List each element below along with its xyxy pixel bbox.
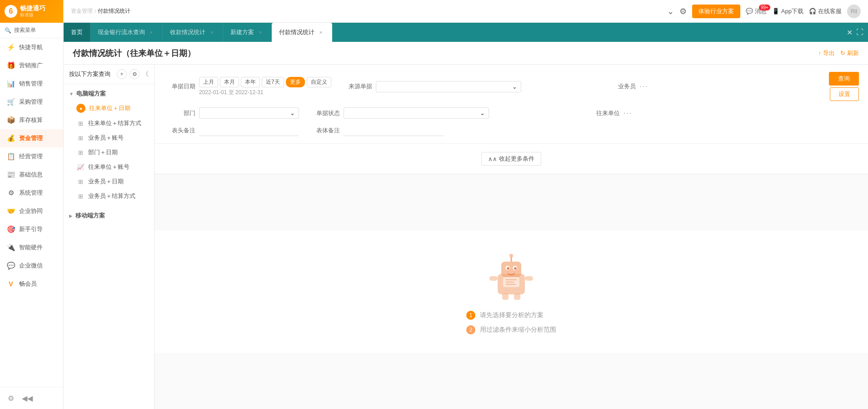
- scheme-group-mobile-header[interactable]: ▶ 移动端方案: [64, 209, 154, 222]
- scheme-item-unit-date[interactable]: ● 往来单位＋日期: [64, 101, 154, 116]
- tab-cash-flow[interactable]: 现金银行流水查询 ×: [90, 23, 163, 42]
- app-download-btn[interactable]: 📱 App下载: [772, 7, 803, 15]
- tab-receipts-close[interactable]: ×: [208, 29, 215, 36]
- table-icon-4: ⊞: [76, 177, 85, 186]
- sidebar-item-system[interactable]: ⚙ 系统管理: [0, 184, 63, 202]
- sidebar-item-vip[interactable]: V 畅会员: [0, 275, 63, 293]
- scheme-group-desktop: ▼ 电脑端方案 ● 往来单位＋日期 ⊞ 往来单位＋结算方式 ⊞ 业务员＋账号: [64, 84, 154, 206]
- date-btn-this-month[interactable]: 本月: [220, 77, 239, 87]
- svg-rect-9: [525, 276, 533, 281]
- scheme-item-staff-date[interactable]: ⊞ 业务员＋日期: [64, 174, 154, 189]
- sidebar-item-hardware[interactable]: 🔌 智能硬件: [0, 238, 63, 257]
- settings-bottom-icon[interactable]: ⚙: [5, 392, 17, 404]
- sidebar-item-label: 经营管理: [19, 152, 43, 161]
- scheme-item-label: 业务员＋日期: [88, 177, 124, 186]
- tab-cash-flow-label: 现金银行流水查询: [98, 28, 145, 36]
- step-2-number: 2: [466, 325, 475, 334]
- sidebar-item-label: 库存核算: [19, 116, 43, 124]
- scheme-item-staff-account[interactable]: ⊞ 业务员＋账号: [64, 131, 154, 145]
- tab-receipts[interactable]: 收款情况统计 ×: [163, 23, 223, 42]
- logo-sub: 标准版: [20, 12, 45, 18]
- note-body-input[interactable]: [344, 125, 444, 136]
- sidebar-item-label: 资金管理: [19, 134, 43, 142]
- sidebar: 6 畅捷通巧 标准版 🔍 搜索菜单 ⚡ 快捷导航 🎁 营销推广 📊 销售管理 🛒…: [0, 0, 64, 409]
- sidebar-item-operation[interactable]: 📋 经营管理: [0, 147, 63, 166]
- sidebar-item-inventory[interactable]: 📦 库存核算: [0, 111, 63, 129]
- tab-home[interactable]: 首页: [64, 23, 90, 42]
- query-btn[interactable]: 查询: [829, 72, 859, 86]
- user-avatar[interactable]: Rit: [847, 5, 861, 18]
- sidebar-item-sales[interactable]: 📊 销售管理: [0, 75, 63, 93]
- sidebar-item-basic[interactable]: 📰 基础信息: [0, 166, 63, 184]
- export-btn[interactable]: ↑ 导出: [818, 49, 835, 57]
- empty-steps: 1 请先选择要分析的方案 2 用过滤条件来缩小分析范围: [466, 311, 556, 334]
- dept-select[interactable]: ⌄: [199, 107, 299, 119]
- date-controls: 上月 本月 本年 近7天 更多 自定义 2022-01-01 至 2022-12…: [199, 77, 331, 96]
- sidebar-item-quick-nav[interactable]: ⚡ 快捷导航: [0, 38, 63, 56]
- tab-payments-close[interactable]: ×: [317, 29, 324, 36]
- add-scheme-btn[interactable]: +: [117, 69, 127, 79]
- sidebar-item-label: 销售管理: [19, 80, 43, 88]
- sidebar-bottom: ⚙ ◀◀: [0, 387, 63, 409]
- service-label: 在线客服: [818, 7, 842, 15]
- scheme-item-unit-payment[interactable]: ⊞ 往来单位＋结算方式: [64, 116, 154, 131]
- marketing-icon: 🎁: [6, 61, 15, 70]
- staff-dots-btn[interactable]: ···: [639, 82, 648, 91]
- note-header-label: 表头备注: [164, 126, 195, 135]
- partner-dots-btn[interactable]: ···: [624, 109, 632, 117]
- collapse-scheme-btn[interactable]: 《: [142, 70, 149, 78]
- refresh-btn[interactable]: ↻ 刷新: [840, 49, 859, 57]
- collapse-bar: ∧∧ 收起更多条件: [155, 144, 868, 174]
- tab-new-scheme-close[interactable]: ×: [257, 29, 264, 36]
- breadcrumb-current: 付款情况统计: [98, 7, 130, 15]
- logo-name: 畅捷通巧: [20, 5, 45, 12]
- sidebar-item-label: 智能硬件: [19, 243, 43, 252]
- date-range-text: 2022-01-01 至 2022-12-31: [199, 89, 331, 96]
- refresh-icon: ↻: [840, 50, 845, 56]
- guide-icon: 🎯: [6, 225, 15, 234]
- fullscreen-icon[interactable]: ⛶: [856, 28, 863, 36]
- online-service-btn[interactable]: 🎧 在线客服: [809, 7, 842, 15]
- search-menu[interactable]: 🔍 搜索菜单: [0, 23, 63, 38]
- date-btn-this-year[interactable]: 本年: [241, 77, 260, 87]
- date-btn-more[interactable]: 更多: [286, 77, 305, 87]
- svg-rect-8: [489, 276, 498, 281]
- status-select[interactable]: ⌄: [344, 107, 489, 119]
- step-1-number: 1: [466, 311, 475, 320]
- date-btn-last-month[interactable]: 上月: [199, 77, 218, 87]
- filter-area: 单据日期 上月 本月 本年 近7天 更多 自定义 20: [155, 65, 868, 144]
- sidebar-item-finance[interactable]: 💰 资金管理: [0, 129, 63, 147]
- note-header-input[interactable]: [199, 125, 299, 136]
- staff-label: 业务员: [604, 82, 636, 91]
- source-select[interactable]: ⌄: [376, 81, 521, 92]
- sidebar-item-purchase[interactable]: 🛒 采购管理: [0, 93, 63, 111]
- note-body-label: 表体备注: [308, 126, 340, 135]
- sidebar-item-label: 营销推广: [19, 61, 43, 70]
- setting-btn[interactable]: 设置: [830, 87, 859, 101]
- scheme-item-dept-date[interactable]: ⊞ 部门＋日期: [64, 145, 154, 160]
- trial-btn[interactable]: 体验行业方案: [692, 5, 740, 18]
- scheme-item-label: 往来单位＋账号: [88, 163, 130, 171]
- sidebar-item-wechat[interactable]: 💬 企业微信: [0, 257, 63, 275]
- sidebar-item-marketing[interactable]: 🎁 营销推广: [0, 56, 63, 75]
- settings-topbar-icon[interactable]: ⚙: [679, 6, 687, 16]
- scheme-item-unit-account[interactable]: 📈 往来单位＋账号: [64, 160, 154, 174]
- close-tab-icon[interactable]: ✕: [847, 28, 853, 37]
- empty-illustration: [484, 249, 539, 303]
- scheme-item-staff-payment[interactable]: ⊞ 业务员＋结算方式: [64, 189, 154, 203]
- messages-btn[interactable]: 💬 消息 99+: [746, 7, 767, 15]
- dropdown-icon[interactable]: ⌄: [667, 6, 674, 16]
- date-btn-7days[interactable]: 近7天: [262, 77, 284, 87]
- sidebar-item-label: 畅会员: [19, 280, 37, 288]
- scheme-group-desktop-header[interactable]: ▼ 电脑端方案: [64, 87, 154, 101]
- date-btn-custom[interactable]: 自定义: [307, 77, 331, 87]
- collapse-sidebar-icon[interactable]: ◀◀: [21, 392, 34, 404]
- scheme-settings-btn[interactable]: ⚙: [130, 69, 140, 79]
- sidebar-item-guide[interactable]: 🎯 新手引导: [0, 220, 63, 238]
- tab-cash-flow-close[interactable]: ×: [148, 29, 155, 36]
- sidebar-item-enterprise[interactable]: 🤝 企业协同: [0, 202, 63, 220]
- tab-payments[interactable]: 付款情况统计 ×: [272, 23, 332, 42]
- tab-new-scheme[interactable]: 新建方案 ×: [223, 23, 272, 42]
- collapse-more-btn[interactable]: ∧∧ 收起更多条件: [481, 152, 541, 166]
- refresh-label: 刷新: [847, 49, 859, 57]
